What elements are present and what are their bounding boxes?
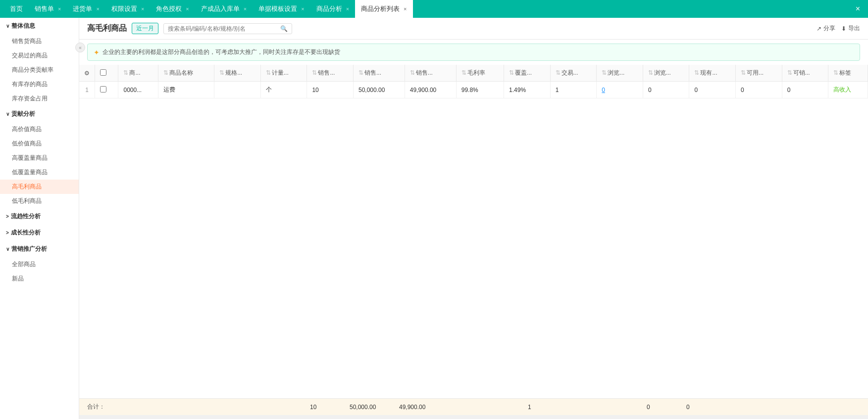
footer-cell-11: 1 [523, 404, 562, 411]
nav-tab-permission-settings[interactable]: 权限设置× [105, 0, 150, 18]
period-button[interactable]: 近一月 [132, 23, 158, 34]
sidebar-group-wealth-analysis[interactable]: ∨贡献分析 [0, 106, 79, 122]
arrow-icon: > [6, 214, 9, 219]
sidebar-item-new-goods[interactable]: 新品 [0, 272, 79, 286]
sidebar-item-low-margin[interactable]: 低毛利商品 [0, 194, 79, 208]
sidebar-item-high-freq[interactable]: 高覆盖量商品 [0, 151, 79, 165]
nav-tab-close-role-permissions[interactable]: × [186, 6, 189, 12]
nav-tab-close-product-analysis-list[interactable]: × [404, 6, 407, 12]
sidebar-item-inventory-goods[interactable]: 有库存的商品 [0, 77, 79, 92]
search-input[interactable] [168, 25, 278, 32]
search-icon[interactable]: 🔍 [280, 25, 288, 32]
export-button[interactable]: ⬇ 导出 [841, 24, 860, 33]
row-tag: 高收入 [828, 82, 868, 98]
table-row: 10000...运费个1050,000.0049,900.0099.8%1.49… [79, 82, 868, 98]
share-button[interactable]: ↗ 分享 [817, 24, 835, 33]
sidebar-item-all-goods[interactable]: 全部商品 [0, 257, 79, 272]
nav-tab-home[interactable]: 首页 [4, 0, 29, 18]
content-area: 高毛利商品 近一月 🔍 ↗ 分享 ⬇ 导出 ✦ 企业的主要的利润都是这部分商品创… [79, 18, 868, 419]
footer-cell-17 [761, 404, 800, 411]
nav-tab-close-product-analysis[interactable]: × [346, 6, 349, 12]
arrow-icon: > [6, 230, 9, 235]
footer-cell-13 [602, 404, 642, 411]
col-sort-icon: ⇅ [602, 69, 607, 76]
sidebar-item-traded-goods[interactable]: 交易过的商品 [0, 48, 79, 63]
row-checkbox[interactable] [100, 86, 106, 93]
row-margin-rate: 99.8% [456, 82, 504, 98]
sidebar-item-high-value[interactable]: 高价值商品 [0, 122, 79, 137]
col-header-spec[interactable]: ⇅规格... [214, 65, 261, 82]
sidebar-item-low-value[interactable]: 低价值商品 [0, 137, 79, 151]
nav-tab-template-settings[interactable]: 单据模板设置× [253, 0, 310, 18]
footer-cell-8: 49,900.00 [394, 404, 444, 411]
col-header-settings[interactable]: ⚙ [79, 65, 95, 82]
col-sort-icon: ⇅ [163, 69, 168, 76]
footer-cell-12 [562, 404, 602, 411]
col-header-sales-amount[interactable]: ⇅销售... [353, 65, 405, 82]
footer-cell-3 [201, 404, 251, 411]
nav-tab-product-analysis-list[interactable]: 商品分析列表× [355, 0, 412, 18]
nav-tab-product-analysis[interactable]: 商品分析× [310, 0, 355, 18]
col-header-trade[interactable]: ⇅交易... [550, 65, 597, 82]
footer-cell-1 [152, 404, 171, 411]
sidebar-group-growth-analysis[interactable]: >成长性分析 [0, 225, 79, 241]
table-body: 10000...运费个1050,000.0049,900.0099.8%1.49… [79, 82, 868, 98]
row-sales-amount: 50,000.00 [353, 82, 405, 98]
col-header-sales-qty[interactable]: ⇅销售... [307, 65, 354, 82]
col-header-tag[interactable]: ⇅标签 [828, 65, 868, 82]
sidebar-collapse-button[interactable]: « [75, 43, 85, 52]
nav-tab-role-permissions[interactable]: 角色授权× [150, 0, 195, 18]
nav-tab-close-sales-order[interactable]: × [58, 6, 61, 12]
row-checkbox-cell[interactable] [95, 82, 118, 98]
col-header-margin-rate[interactable]: ⇅毛利率 [456, 65, 504, 82]
col-sort-icon: ⇅ [694, 69, 699, 76]
col-header-checkbox[interactable] [95, 65, 118, 82]
col-header-sales-cost[interactable]: ⇅销售... [405, 65, 456, 82]
nav-tab-close-permission-settings[interactable]: × [141, 6, 144, 12]
col-header-cover[interactable]: ⇅覆盖... [504, 65, 551, 82]
sidebar-item-high-margin[interactable]: 高毛利商品 [0, 180, 79, 194]
browse1-link[interactable]: 0 [602, 87, 605, 93]
export-icon: ⬇ [841, 25, 846, 32]
close-all-button[interactable]: × [852, 4, 864, 13]
col-sort-icon: ⇅ [266, 69, 271, 76]
sidebar-item-sales-goods[interactable]: 销售货商品 [0, 34, 79, 48]
sidebar-item-low-freq[interactable]: 低覆盖量商品 [0, 165, 79, 180]
footer-cell-16 [721, 404, 761, 411]
col-header-browse2[interactable]: ⇅浏览... [643, 65, 689, 82]
col-sort-icon: ⇅ [509, 69, 514, 76]
sidebar-group-marketing-analysis[interactable]: ∨营销推广分析 [0, 241, 79, 257]
horizontal-scrollbar[interactable] [79, 415, 868, 419]
row-code: 0000... [118, 82, 158, 98]
footer-summary: 合计： 1050,000.0049,900.00100 [79, 398, 868, 415]
sidebar-group-overall-info[interactable]: ∨整体信息 [0, 18, 79, 34]
page-title: 高毛利商品 [87, 23, 127, 34]
nav-tab-sales-order[interactable]: 销售单× [29, 0, 67, 18]
sidebar-item-inventory-ratio[interactable]: 库存资金占用 [0, 92, 79, 106]
footer-cell-4 [251, 404, 280, 411]
footer-cell-10 [483, 404, 523, 411]
nav-tab-purchase-order[interactable]: 进货单× [67, 0, 105, 18]
sidebar-item-goods-contrib[interactable]: 商品分类贡献率 [0, 63, 79, 77]
col-header-name[interactable]: ⇅商品名称 [158, 65, 214, 82]
nav-tab-product-warehouse[interactable]: 产成品入库单× [195, 0, 253, 18]
header-actions: ↗ 分享 ⬇ 导出 [817, 24, 860, 33]
info-icon: ✦ [94, 48, 100, 56]
col-header-sellable[interactable]: ⇅可销... [782, 65, 828, 82]
table-container: ⚙⇅商...⇅商品名称⇅规格...⇅计量...⇅销售...⇅销售...⇅销售..… [79, 65, 868, 398]
nav-tab-close-purchase-order[interactable]: × [96, 6, 99, 12]
row-sellable: 0 [782, 82, 828, 98]
footer-cell-2 [171, 404, 201, 411]
col-header-available[interactable]: ⇅可用... [736, 65, 782, 82]
col-header-code[interactable]: ⇅商... [118, 65, 158, 82]
col-header-current[interactable]: ⇅现有... [689, 65, 736, 82]
nav-tab-close-template-settings[interactable]: × [301, 6, 304, 12]
select-all-checkbox[interactable] [100, 69, 106, 76]
row-available: 0 [736, 82, 782, 98]
col-header-browse1[interactable]: ⇅浏览... [597, 65, 643, 82]
nav-tab-close-product-warehouse[interactable]: × [244, 6, 247, 12]
sidebar-group-trend-analysis[interactable]: >流趋性分析 [0, 208, 79, 225]
data-table: ⚙⇅商...⇅商品名称⇅规格...⇅计量...⇅销售...⇅销售...⇅销售..… [79, 65, 868, 98]
row-sales-cost: 49,900.00 [405, 82, 456, 98]
col-header-unit[interactable]: ⇅计量... [260, 65, 307, 82]
